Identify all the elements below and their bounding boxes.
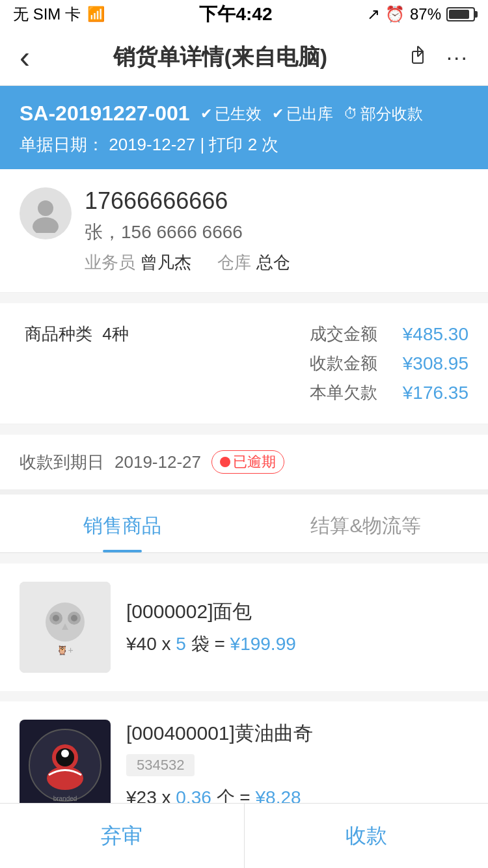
status-partial: ⏱ 部分收款 bbox=[344, 103, 423, 124]
back-button[interactable]: ‹ bbox=[20, 39, 30, 75]
stats-section: 商品种类 4种 成交金额 ¥485.30 收款金额 ¥308.95 本单欠款 ¥… bbox=[0, 303, 488, 424]
wifi-icon: 📶 bbox=[87, 6, 105, 23]
customer-section: 17666666666 张，156 6666 6666 业务员 曾凡杰 仓库 总… bbox=[0, 169, 488, 293]
customer-avatar bbox=[20, 187, 72, 239]
svg-point-17 bbox=[61, 750, 69, 757]
more-icon[interactable]: ··· bbox=[446, 44, 468, 70]
product-tabs: 销售商品 结算&物流等 bbox=[0, 495, 488, 553]
check-icon-1: ✔ bbox=[200, 105, 212, 122]
customer-info: 17666666666 张，156 6666 6666 业务员 曾凡杰 仓库 总… bbox=[85, 187, 468, 274]
financial-stats: 成交金额 ¥485.30 收款金额 ¥308.95 本单欠款 ¥176.35 bbox=[310, 323, 468, 404]
nav-actions: ··· bbox=[411, 44, 468, 70]
svg-point-2 bbox=[38, 200, 53, 216]
status-effective: ✔ 已生效 bbox=[200, 103, 262, 124]
collect-button[interactable]: 收款 bbox=[245, 804, 489, 868]
product-thumbnail-2: branded bbox=[20, 720, 111, 811]
svg-text:🦉+: 🦉+ bbox=[57, 645, 73, 656]
tab-settlement[interactable]: 结算&物流等 bbox=[244, 495, 488, 552]
product-name-1: [0000002]面包 bbox=[126, 599, 468, 625]
status-right: ↗ ⏰ 87% bbox=[367, 5, 475, 23]
svg-point-9 bbox=[71, 615, 77, 621]
banner-sub: 单据日期： 2019-12-27 | 打印 2 次 bbox=[20, 133, 468, 156]
product-name-2: [000400001]黄油曲奇 bbox=[126, 720, 468, 747]
tab-sales-products[interactable]: 销售商品 bbox=[0, 495, 244, 552]
battery-indicator bbox=[446, 7, 475, 21]
battery-percent: 87% bbox=[410, 5, 441, 23]
warehouse-info: 仓库 总仓 bbox=[217, 251, 290, 274]
banner-top: SA-20191227-001 ✔ 已生效 ✔ 已出库 ⏱ 部分收款 bbox=[20, 102, 468, 126]
product-thumbnail-1: 🦉+ bbox=[20, 582, 111, 673]
order-id: SA-20191227-001 bbox=[20, 102, 190, 126]
nav-bar: ‹ 销货单详情(来自电脑) ··· bbox=[0, 29, 488, 86]
product-sku-2: 534532 bbox=[126, 754, 195, 776]
table-row: 🦉+ [0000002]面包 ¥40 x 5 袋 = ¥199.99 bbox=[0, 563, 488, 691]
status-tags: ✔ 已生效 ✔ 已出库 ⏱ 部分收款 bbox=[200, 103, 423, 124]
status-left: 无 SIM 卡 📶 bbox=[13, 4, 105, 25]
clock-icon: ⏱ bbox=[344, 105, 358, 122]
overdue-dot-icon bbox=[220, 457, 230, 467]
svg-point-8 bbox=[53, 615, 59, 621]
product-details-1: [0000002]面包 ¥40 x 5 袋 = ¥199.99 bbox=[126, 599, 468, 657]
customer-name-phone: 张，156 6666 6666 bbox=[85, 220, 468, 245]
product-type-count: 商品种类 4种 bbox=[20, 323, 129, 346]
product-details-2: [000400001]黄油曲奇 534532 ¥23 x 0.36 个 = ¥8… bbox=[126, 720, 468, 810]
location-icon: ↗ bbox=[367, 5, 380, 23]
svg-point-3 bbox=[33, 217, 59, 233]
carrier-label: 无 SIM 卡 bbox=[13, 4, 81, 25]
alarm-icon: ⏰ bbox=[385, 5, 405, 23]
header-banner: SA-20191227-001 ✔ 已生效 ✔ 已出库 ⏱ 部分收款 单据日期：… bbox=[0, 86, 488, 169]
status-shipped: ✔ 已出库 bbox=[272, 103, 333, 124]
share-icon[interactable] bbox=[411, 45, 431, 69]
check-icon-2: ✔ bbox=[272, 105, 284, 122]
sales-info: 业务员 曾凡杰 bbox=[85, 251, 191, 274]
owed-row: 本单欠款 ¥176.35 bbox=[310, 381, 468, 404]
due-section: 收款到期日 2019-12-27 已逾期 bbox=[0, 435, 488, 495]
status-bar: 无 SIM 卡 📶 下午4:42 ↗ ⏰ 87% bbox=[0, 0, 488, 29]
amount-row: 成交金额 ¥485.30 bbox=[310, 323, 468, 346]
svg-text:branded: branded bbox=[53, 795, 77, 802]
status-time: 下午4:42 bbox=[199, 2, 272, 27]
collected-row: 收款金额 ¥308.95 bbox=[310, 352, 468, 375]
customer-id: 17666666666 bbox=[85, 187, 468, 215]
abandon-button[interactable]: 弃审 bbox=[0, 804, 245, 868]
bottom-bar: 弃审 收款 bbox=[0, 803, 488, 868]
overdue-badge: 已逾期 bbox=[211, 450, 284, 474]
page-title: 销货单详情(来自电脑) bbox=[113, 42, 327, 72]
customer-meta: 业务员 曾凡杰 仓库 总仓 bbox=[85, 251, 468, 274]
product-price-1: ¥40 x 5 袋 = ¥199.99 bbox=[126, 632, 468, 657]
